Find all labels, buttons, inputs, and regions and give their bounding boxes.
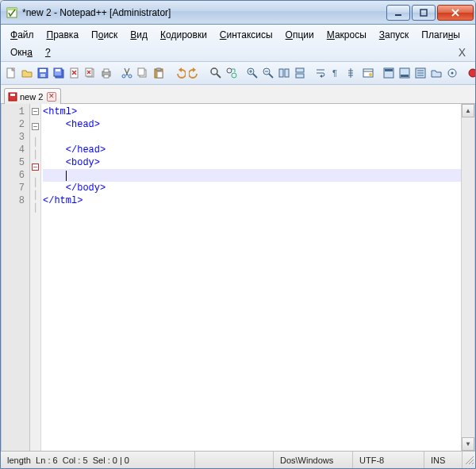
code-line[interactable] xyxy=(43,169,461,182)
doc-map-button[interactable] xyxy=(382,64,396,82)
svg-line-34 xyxy=(269,74,273,78)
menu-item[interactable]: Файл xyxy=(5,27,40,43)
scroll-track[interactable] xyxy=(462,117,474,437)
svg-marker-26 xyxy=(193,67,196,72)
svg-rect-46 xyxy=(401,75,409,77)
save-all-button[interactable] xyxy=(52,64,66,82)
code-editor[interactable]: <html> <head> </head> <body> </body></ht… xyxy=(41,104,461,451)
close-button[interactable] xyxy=(437,5,474,21)
line-number-gutter: 12345678 xyxy=(2,104,30,451)
zoom-in-button[interactable] xyxy=(245,64,259,82)
copy-button[interactable] xyxy=(136,64,150,82)
code-line[interactable]: <html> xyxy=(43,106,461,118)
doc-list-button[interactable] xyxy=(397,64,412,82)
new-file-button[interactable] xyxy=(4,64,18,82)
menu-item[interactable]: Вид xyxy=(125,27,153,43)
svg-rect-17 xyxy=(104,75,109,78)
resize-grip-icon[interactable] xyxy=(463,455,475,466)
svg-rect-24 xyxy=(156,68,161,71)
menu-item[interactable]: ? xyxy=(40,44,56,60)
menu-item[interactable]: Поиск xyxy=(86,27,123,43)
menu-item[interactable]: Запуск xyxy=(374,27,415,43)
tab-bar[interactable]: new 2 ✕ xyxy=(1,85,475,104)
svg-marker-39 xyxy=(320,75,322,78)
svg-rect-7 xyxy=(40,69,46,72)
indent-guide-button[interactable] xyxy=(345,64,359,82)
line-number: 2 xyxy=(2,118,25,131)
replace-button[interactable] xyxy=(225,64,239,82)
code-line[interactable]: <head> xyxy=(43,118,461,131)
svg-line-32 xyxy=(253,74,257,78)
file-tab[interactable]: new 2 ✕ xyxy=(4,88,61,104)
user-lang-button[interactable] xyxy=(361,64,375,82)
line-number: 1 xyxy=(2,106,25,118)
record-macro-button[interactable] xyxy=(466,64,475,82)
status-mode[interactable]: INS xyxy=(424,452,463,468)
undo-button[interactable] xyxy=(172,64,186,82)
code-line[interactable]: </body> xyxy=(43,182,461,194)
svg-rect-53 xyxy=(10,94,15,96)
paste-button[interactable] xyxy=(152,64,166,82)
scroll-up-button[interactable]: ▲ xyxy=(462,104,474,117)
close-all-button[interactable] xyxy=(83,64,98,82)
redo-button[interactable] xyxy=(188,64,202,82)
svg-point-29 xyxy=(227,68,232,73)
window-buttons xyxy=(385,5,474,21)
app-window: *new 2 - Notepad++ [Administrator] ФайлП… xyxy=(0,0,476,469)
sync-scroll-v-button[interactable] xyxy=(277,64,291,82)
svg-point-18 xyxy=(122,75,125,78)
maximize-button[interactable] xyxy=(412,5,436,21)
open-file-button[interactable] xyxy=(20,64,34,82)
scroll-down-button[interactable]: ▼ xyxy=(462,437,474,451)
func-list-button[interactable] xyxy=(413,64,428,82)
save-button[interactable] xyxy=(36,64,50,82)
svg-rect-11 xyxy=(56,69,60,71)
svg-point-42 xyxy=(369,73,372,76)
minimize-button[interactable] xyxy=(386,5,410,21)
word-wrap-button[interactable] xyxy=(313,64,328,82)
line-number: 4 xyxy=(2,144,25,156)
menu-item[interactable]: Окна xyxy=(5,44,38,60)
svg-rect-36 xyxy=(285,69,289,77)
menu-item[interactable]: Опции xyxy=(280,27,320,43)
show-all-chars-button[interactable]: ¶ xyxy=(329,64,344,82)
app-icon xyxy=(6,6,18,19)
folder-workspace-button[interactable] xyxy=(429,64,443,82)
menu-item[interactable]: Макросы xyxy=(321,27,372,43)
svg-rect-2 xyxy=(395,14,401,16)
cut-button[interactable] xyxy=(120,64,134,82)
status-length: length xyxy=(7,456,31,465)
code-line[interactable]: </html> xyxy=(43,194,461,207)
svg-rect-21 xyxy=(138,68,144,75)
close-file-button[interactable] xyxy=(67,64,82,82)
menu-item[interactable]: Правка xyxy=(41,27,85,43)
editor-area: 12345678 −−││−│││ <html> <head> </head> … xyxy=(1,104,475,451)
status-eol[interactable]: Dos\Windows xyxy=(274,452,353,468)
svg-rect-35 xyxy=(279,69,283,77)
status-sel: Sel : 0 | 0 xyxy=(93,456,129,465)
line-number: 8 xyxy=(2,194,25,207)
svg-rect-8 xyxy=(40,74,45,77)
print-button[interactable] xyxy=(99,64,113,82)
titlebar[interactable]: *new 2 - Notepad++ [Administrator] xyxy=(1,1,475,25)
menubar-close-x[interactable]: X xyxy=(452,46,472,59)
status-col: Col : 5 xyxy=(63,456,88,465)
status-encoding[interactable]: UTF-8 xyxy=(353,452,424,468)
toolbar: ¶ xyxy=(1,62,475,85)
line-number: 6 xyxy=(2,169,25,182)
find-button[interactable] xyxy=(209,64,223,82)
code-line[interactable]: </head> xyxy=(43,144,461,156)
zoom-out-button[interactable] xyxy=(261,64,275,82)
vertical-scrollbar[interactable]: ▲ ▼ xyxy=(461,104,474,451)
code-line[interactable]: <body> xyxy=(43,156,461,169)
monitoring-button[interactable] xyxy=(445,64,459,82)
code-line[interactable] xyxy=(43,131,461,144)
menu-item[interactable]: Плагины xyxy=(416,27,466,43)
line-number: 3 xyxy=(2,131,25,144)
svg-rect-37 xyxy=(296,68,304,72)
tab-close-icon[interactable]: ✕ xyxy=(47,92,56,102)
menu-item[interactable]: Синтаксисы xyxy=(214,27,278,43)
sync-scroll-h-button[interactable] xyxy=(293,64,307,82)
fold-margin[interactable]: −−││−│││ xyxy=(30,104,41,451)
menu-item[interactable]: Кодировки xyxy=(155,27,213,43)
